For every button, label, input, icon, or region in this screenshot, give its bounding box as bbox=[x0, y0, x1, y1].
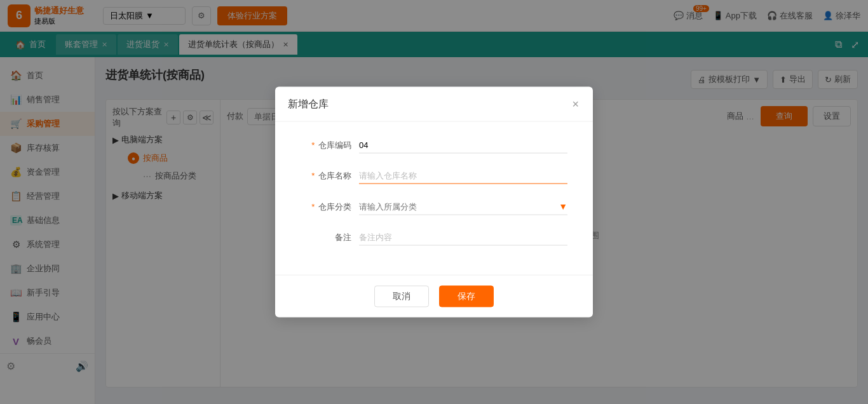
save-button[interactable]: 保存 bbox=[439, 286, 494, 307]
modal-close-button[interactable]: × bbox=[571, 97, 580, 111]
category-select-row[interactable]: ▼ bbox=[359, 198, 567, 215]
modal-footer: 取消 保存 bbox=[275, 275, 593, 318]
note-input[interactable] bbox=[359, 229, 567, 246]
code-input[interactable] bbox=[359, 137, 567, 154]
new-warehouse-modal: 新增仓库 × * 仓库编码 * 仓库名称 * 仓库分类 ▼ bbox=[275, 87, 593, 318]
category-dropdown-arrow[interactable]: ▼ bbox=[559, 201, 567, 212]
category-form-row: * 仓库分类 ▼ bbox=[301, 198, 567, 215]
name-form-row: * 仓库名称 bbox=[301, 168, 567, 184]
category-input[interactable] bbox=[359, 201, 559, 211]
name-label: * 仓库名称 bbox=[301, 170, 351, 182]
code-form-row: * 仓库编码 bbox=[301, 137, 567, 154]
code-label: * 仓库编码 bbox=[301, 140, 351, 151]
modal-title: 新增仓库 bbox=[288, 97, 329, 111]
modal-body: * 仓库编码 * 仓库名称 * 仓库分类 ▼ 备注 bbox=[275, 122, 593, 275]
note-label: 备注 bbox=[301, 232, 351, 243]
note-form-row: 备注 bbox=[301, 229, 567, 246]
name-input[interactable] bbox=[359, 168, 567, 184]
modal-header: 新增仓库 × bbox=[275, 87, 593, 122]
category-label: * 仓库分类 bbox=[301, 201, 351, 212]
cancel-button[interactable]: 取消 bbox=[374, 286, 429, 307]
